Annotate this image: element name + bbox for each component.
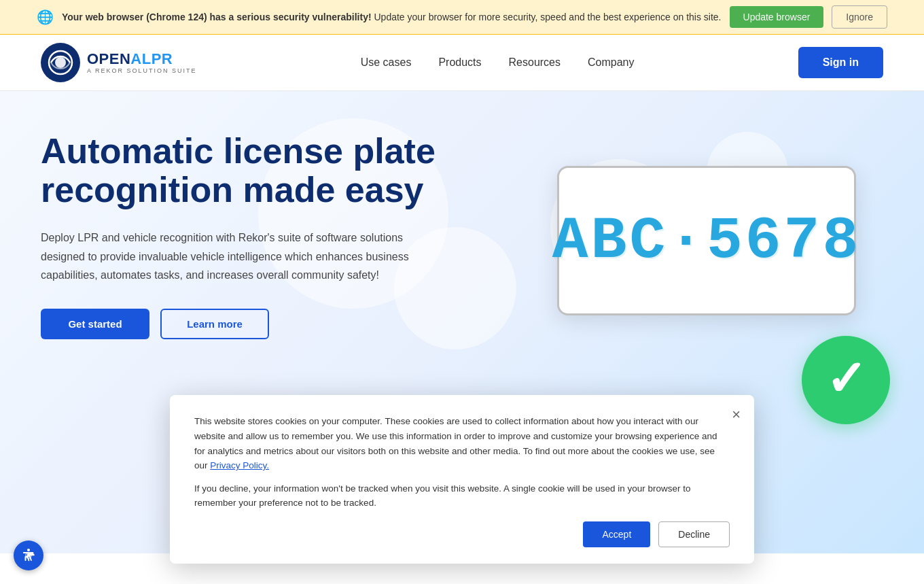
chrome-icon: 🌐 — [37, 9, 54, 25]
cookie-actions: Accept Decline — [194, 521, 730, 547]
security-banner: 🌐 Your web browser (Chrome 124) has a se… — [0, 0, 924, 35]
hero-title: Automatic license plate recognition made… — [41, 132, 448, 209]
hero-content: Automatic license plate recognition made… — [41, 132, 448, 339]
cookie-banner: × This website stores cookies on your co… — [170, 395, 754, 564]
logo[interactable]: OPENALPR A REKOR SOLUTION SUITE — [41, 43, 197, 82]
logo-text: OPENALPR A REKOR SOLUTION SUITE — [87, 50, 197, 75]
navbar: OPENALPR A REKOR SOLUTION SUITE Use case… — [0, 35, 924, 91]
hero-buttons: Get started Learn more — [41, 309, 448, 339]
ignore-button[interactable]: Ignore — [832, 5, 887, 29]
svg-point-1 — [55, 57, 66, 68]
cookie-text-2: If you decline, your information won't b… — [194, 481, 730, 511]
check-circle: ✓ — [802, 336, 890, 424]
get-started-button[interactable]: Get started — [41, 309, 149, 339]
check-icon: ✓ — [825, 354, 866, 403]
hero-description: Deploy LPR and vehicle recognition with … — [41, 228, 421, 284]
accessibility-icon — [20, 547, 37, 564]
plate-text: ABC·5678 — [552, 207, 861, 275]
logo-icon — [41, 43, 80, 82]
privacy-policy-link[interactable]: Privacy Policy. — [210, 460, 269, 470]
nav-use-cases[interactable]: Use cases — [361, 56, 412, 69]
banner-warning-text: Your web browser (Chrome 124) has a seri… — [62, 12, 722, 22]
cookie-text-1: This website stores cookies on your comp… — [194, 414, 730, 473]
learn-more-button[interactable]: Learn more — [160, 309, 269, 339]
cookie-close-button[interactable]: × — [732, 406, 741, 424]
nav-links: Use cases Products Resources Company — [361, 56, 635, 69]
nav-resources[interactable]: Resources — [509, 56, 561, 69]
signin-button[interactable]: Sign in — [798, 47, 883, 78]
accept-button[interactable]: Accept — [583, 521, 650, 547]
decline-button[interactable]: Decline — [658, 521, 730, 547]
update-browser-button[interactable]: Update browser — [730, 6, 824, 28]
nav-company[interactable]: Company — [588, 56, 634, 69]
nav-products[interactable]: Products — [438, 56, 481, 69]
svg-point-2 — [27, 549, 30, 551]
accessibility-button[interactable] — [14, 540, 43, 570]
license-plate: ABC·5678 — [557, 166, 856, 315]
